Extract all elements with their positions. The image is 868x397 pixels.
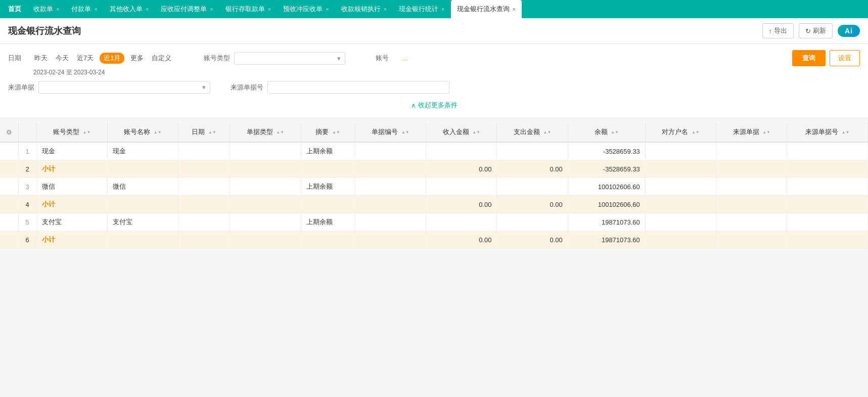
row-gear-cell bbox=[0, 160, 18, 178]
row-account_type-cell: 支付宝 bbox=[36, 213, 107, 231]
nav-tab-liushuichaxun[interactable]: 现金银行流水查询 × bbox=[451, 0, 522, 18]
row-doc_type-cell bbox=[230, 178, 301, 196]
nav-tab-yushouc[interactable]: 预收冲应收单 × bbox=[277, 0, 335, 18]
row-expense-cell: 0.00 bbox=[497, 160, 568, 178]
date-range-text: 2023-02-24 至 2023-03-24 bbox=[33, 69, 105, 76]
shortcut-1month[interactable]: 近1月 bbox=[100, 53, 124, 64]
column-doc-no[interactable]: 单据编号 ▲▼ bbox=[355, 122, 426, 142]
date-shortcuts: 昨天 今天 近7天 近1月 更多 自定义 bbox=[32, 53, 173, 64]
date-label: 日期 bbox=[8, 54, 28, 63]
account-type-label: 账号类型 bbox=[204, 54, 230, 63]
shortcut-more[interactable]: 更多 bbox=[128, 53, 146, 64]
source-doc-select[interactable]: ▾ bbox=[38, 81, 210, 94]
close-icon[interactable]: × bbox=[268, 6, 271, 12]
close-icon[interactable]: × bbox=[210, 6, 213, 12]
close-icon[interactable]: × bbox=[146, 6, 149, 12]
row-counterpart-cell bbox=[645, 160, 716, 178]
close-icon[interactable]: × bbox=[441, 6, 444, 12]
row-account_type-cell: 微信 bbox=[36, 178, 107, 196]
row-summary-cell: 上期余额 bbox=[301, 213, 355, 231]
row-counterpart-cell bbox=[645, 142, 716, 160]
row-doc_no-cell bbox=[355, 160, 426, 178]
row-expense-cell: 0.00 bbox=[497, 231, 568, 249]
row-expense-cell bbox=[497, 142, 568, 160]
nav-tab-qitashouru[interactable]: 其他收入单 × bbox=[104, 0, 155, 18]
row-source_doc_no-cell bbox=[787, 178, 868, 196]
nav-tab-xianjintongji[interactable]: 现金银行统计 × bbox=[393, 0, 450, 18]
row-date-cell bbox=[178, 196, 230, 213]
shortcut-7days[interactable]: 近7天 bbox=[75, 53, 96, 64]
row-source_doc_no-cell bbox=[787, 142, 868, 160]
close-icon[interactable]: × bbox=[94, 6, 97, 12]
column-settings[interactable]: ⚙ bbox=[0, 122, 18, 142]
column-account-name[interactable]: 账号名称 ▲▼ bbox=[107, 122, 178, 142]
nav-tab-yinhangcun[interactable]: 银行存取款单 × bbox=[219, 0, 277, 18]
column-expense[interactable]: 支出金额 ▲▼ bbox=[497, 122, 568, 142]
row-counterpart-cell bbox=[645, 196, 716, 213]
column-num bbox=[18, 122, 36, 142]
column-source-doc-no[interactable]: 来源单据号 ▲▼ bbox=[787, 122, 868, 142]
sort-icon-8: ▲▼ bbox=[543, 130, 552, 135]
sort-icon-11: ▲▼ bbox=[762, 130, 770, 135]
row-balance-cell: 100102606.60 bbox=[568, 196, 645, 213]
filter-area: 日期 昨天 今天 近7天 近1月 更多 自定义 账号类型 ▾ 账号 ... bbox=[0, 44, 868, 118]
row-income-cell: 0.00 bbox=[426, 231, 497, 249]
page-header: 现金银行流水查询 ↑ 导出 ↻ 刷新 Ai bbox=[0, 18, 868, 44]
refresh-button[interactable]: ↻ 刷新 bbox=[799, 23, 833, 38]
data-table: ⚙ 账号类型 ▲▼ 账号名称 ▲▼ 日期 ▲▼ 单据类型 ▲▼ bbox=[0, 122, 868, 249]
account-ellipsis-button[interactable]: ... bbox=[400, 54, 409, 63]
source-doc-no-input[interactable] bbox=[267, 81, 449, 94]
sort-icon-5: ▲▼ bbox=[332, 130, 340, 135]
shortcut-today[interactable]: 今天 bbox=[54, 53, 71, 64]
source-doc-no-label: 来源单据号 bbox=[231, 83, 263, 92]
row-num-cell: 4 bbox=[18, 196, 36, 213]
close-icon[interactable]: × bbox=[384, 6, 387, 12]
column-summary[interactable]: 摘要 ▲▼ bbox=[301, 122, 355, 142]
row-doc_type-cell bbox=[230, 196, 301, 213]
row-source_doc-cell bbox=[716, 160, 787, 178]
row-doc_no-cell bbox=[355, 196, 426, 213]
account-type-select[interactable]: ▾ bbox=[234, 52, 345, 65]
sort-icon-10: ▲▼ bbox=[692, 130, 700, 135]
row-date-cell bbox=[178, 160, 230, 178]
row-summary-cell bbox=[301, 196, 355, 213]
row-balance-cell: -3528659.33 bbox=[568, 142, 645, 160]
nav-tab-shoukuanhexiao[interactable]: 收款核销执行 × bbox=[335, 0, 393, 18]
collapse-bar[interactable]: ∧ 收起更多条件 bbox=[8, 99, 860, 112]
refresh-icon: ↻ bbox=[805, 27, 811, 35]
row-income-cell bbox=[426, 178, 497, 196]
nav-tab-fukuan[interactable]: 付款单 × bbox=[65, 0, 103, 18]
column-balance[interactable]: 余额 ▲▼ bbox=[568, 122, 645, 142]
export-button[interactable]: ↑ 导出 bbox=[762, 23, 794, 38]
row-account_name-cell: 现金 bbox=[107, 142, 178, 160]
column-date[interactable]: 日期 ▲▼ bbox=[178, 122, 230, 142]
close-icon[interactable]: × bbox=[56, 6, 59, 12]
row-counterpart-cell bbox=[645, 178, 716, 196]
column-income[interactable]: 收入金额 ▲▼ bbox=[426, 122, 497, 142]
settings-button[interactable]: 设置 bbox=[830, 50, 860, 66]
row-doc_type-cell bbox=[230, 142, 301, 160]
column-counterpart[interactable]: 对方户名 ▲▼ bbox=[645, 122, 716, 142]
nav-tab-shoukuan[interactable]: 收款单 × bbox=[27, 0, 65, 18]
nav-tab-tiaozhendan[interactable]: 应收应付调整单 × bbox=[155, 0, 219, 18]
row-account_type-cell: 小计 bbox=[36, 231, 107, 249]
sort-icon-12: ▲▼ bbox=[842, 130, 850, 135]
chevron-down-icon: ▾ bbox=[337, 55, 341, 62]
column-source-doc[interactable]: 来源单据 ▲▼ bbox=[716, 122, 787, 142]
close-icon[interactable]: × bbox=[513, 6, 516, 12]
row-income-cell bbox=[426, 213, 497, 231]
column-account-type[interactable]: 账号类型 ▲▼ bbox=[36, 122, 107, 142]
close-icon[interactable]: × bbox=[326, 6, 329, 12]
row-expense-cell bbox=[497, 213, 568, 231]
row-balance-cell: 19871073.60 bbox=[568, 231, 645, 249]
sort-icon-7: ▲▼ bbox=[472, 130, 480, 135]
shortcut-yesterday[interactable]: 昨天 bbox=[32, 53, 50, 64]
row-source_doc_no-cell bbox=[787, 213, 868, 231]
sort-icon-4: ▲▼ bbox=[276, 130, 284, 135]
shortcut-custom[interactable]: 自定义 bbox=[150, 53, 173, 64]
column-doc-type[interactable]: 单据类型 ▲▼ bbox=[230, 122, 301, 142]
nav-home[interactable]: 首页 bbox=[2, 0, 27, 18]
table-row: 2小计0.000.00-3528659.33 bbox=[0, 160, 868, 178]
query-button[interactable]: 查询 bbox=[792, 50, 826, 66]
ai-button[interactable]: Ai bbox=[838, 25, 860, 37]
